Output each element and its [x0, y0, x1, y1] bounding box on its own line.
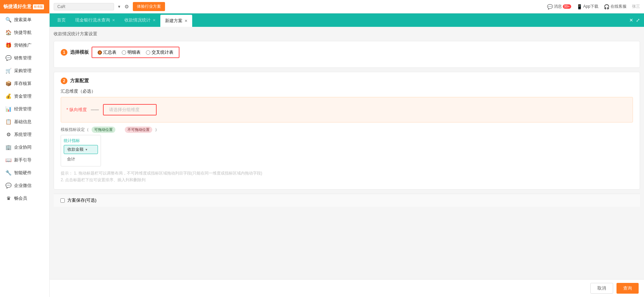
tip-2: 2. 点击标题栏下拉可设置排序、插入列和删除列	[61, 177, 633, 183]
stats-area: 统计指标 收款金额 ▾ 合计	[61, 135, 101, 166]
finance-icon: 💰	[5, 93, 11, 99]
message-icon[interactable]: 💬 消息 99+	[547, 4, 571, 9]
tab-home[interactable]: 首页	[52, 13, 70, 27]
user-name: 张三	[632, 4, 640, 9]
vertical-dimension-row: * 纵向维度 —— 请选择分组维度	[66, 104, 627, 115]
no-drag-badge: 不可拖动位置	[125, 127, 152, 133]
sidebar-item-search-menu[interactable]: 🔍 搜索菜单	[0, 13, 49, 26]
gear-icon[interactable]: ⚙	[124, 4, 129, 10]
sidebar-item-label: 销售管理	[14, 55, 32, 61]
sidebar-item-wechat[interactable]: 💬 企业微信	[0, 179, 49, 192]
sidebar-item-sales[interactable]: 💬 销售管理	[0, 52, 49, 64]
sidebar-item-member[interactable]: ♛ 畅会员	[0, 192, 49, 205]
close-window-icon[interactable]: ✕	[629, 17, 633, 23]
app-download[interactable]: 📱 App下载	[577, 4, 598, 9]
edition-badge: 标准版	[33, 4, 44, 9]
sidebar-item-hardware[interactable]: 🔧 智能硬件	[0, 166, 49, 179]
dimension-title: 汇总维度（必选）	[61, 88, 633, 94]
tab-receipts-stat[interactable]: 收款情况统计 ✕	[120, 13, 160, 27]
sidebar-item-inventory[interactable]: 📦 库存核算	[0, 77, 49, 90]
template-selection-box: 汇总表 明细表 交叉统计表	[92, 47, 179, 58]
dropdown-icon[interactable]: ▾	[118, 4, 120, 9]
purchase-icon: 🛒	[5, 68, 11, 74]
step2-header: 2 方案配置	[61, 78, 633, 84]
sidebar-item-label: 畅会员	[14, 195, 27, 201]
search-menu-icon: 🔍	[5, 17, 11, 23]
sidebar-item-label: 基础信息	[14, 119, 32, 125]
sidebar-item-label: 企业协同	[14, 144, 32, 150]
sidebar-item-system[interactable]: ⚙ 系统管理	[0, 128, 49, 141]
home-icon: 🏠	[5, 30, 11, 36]
close-tab-receipts-stat[interactable]: ✕	[153, 18, 156, 22]
radio-summary[interactable]: 汇总表	[98, 49, 116, 55]
dimension-area: * 纵向维度 —— 请选择分组维度	[61, 97, 633, 122]
drag-badge: 可拖动位置	[92, 127, 115, 133]
tip-1: 提示： 1. 拖动标题栏可以调整布局，不可跨维度或指标区域拖动列目字段(只能在同…	[61, 170, 633, 176]
sidebar-logo: 畅捷通好生意 标准版	[0, 0, 49, 13]
sidebar-item-label: 资金管理	[14, 93, 32, 99]
sidebar-item-label: 新手引导	[14, 157, 32, 163]
sidebar-item-label: 库存核算	[14, 81, 32, 87]
sidebar-item-marketing[interactable]: 🎁 营销推广	[0, 39, 49, 52]
message-badge: 99+	[563, 4, 571, 9]
tab-new-plan[interactable]: 新建方案 ✕	[160, 15, 192, 27]
inventory-icon: 📦	[5, 81, 11, 87]
guide-icon: 📖	[5, 157, 11, 163]
sidebar-item-base-info[interactable]: 📋 基础信息	[0, 115, 49, 128]
tips-section: 提示： 1. 拖动标题栏可以调整布局，不可跨维度或指标区域拖动列目字段(只能在同…	[61, 170, 633, 183]
sidebar-item-label: 采购管理	[14, 68, 32, 74]
save-checkbox[interactable]	[60, 198, 65, 203]
tabbar: 首页 现金银行流水查询 ✕ 收款情况统计 ✕ 新建方案 ✕ ✕ ⤢	[50, 13, 644, 27]
vertical-dim-label: * 纵向维度	[66, 107, 87, 113]
stats-tag-amount[interactable]: 收款金额 ▾	[64, 145, 98, 154]
online-service[interactable]: 🎧 在线客服	[604, 4, 627, 9]
gift-icon: 🎁	[5, 42, 11, 48]
step1-num: 1	[61, 49, 67, 56]
cancel-button[interactable]: 取消	[590, 283, 613, 294]
sidebar-item-label: 企业微信	[14, 183, 32, 189]
wechat-icon: 💬	[5, 183, 11, 189]
close-tab-new-plan[interactable]: ✕	[184, 19, 187, 23]
sidebar: 畅捷通好生意 标准版 🔍 搜索菜单 🏠 快捷导航 🎁 营销推广 💬 销售管理 🛒…	[0, 0, 50, 297]
step2-num: 2	[61, 78, 67, 84]
sidebar-item-guide[interactable]: 📖 新手引导	[0, 154, 49, 166]
step2-label: 方案配置	[70, 78, 89, 84]
step2-card: 2 方案配置 汇总维度（必选） * 纵向维度 —— 请选择分组维度	[54, 72, 640, 190]
sidebar-item-label: 搜索菜单	[14, 17, 32, 23]
sidebar-item-purchase[interactable]: 🛒 采购管理	[0, 64, 49, 77]
sidebar-item-label: 经营管理	[14, 106, 32, 112]
sidebar-item-label: 系统管理	[14, 132, 32, 138]
tab-actions: ✕ ⤢	[629, 13, 641, 27]
footer: 取消 查询	[50, 279, 644, 297]
search-input[interactable]	[54, 3, 114, 10]
operations-icon: 📊	[5, 106, 11, 112]
app-name: 畅捷通好生意	[3, 4, 32, 10]
content-area: 收款情况统计方案设置 1 选择模板 汇总表 明细表 交	[50, 27, 644, 279]
stats-total: 合计	[64, 155, 98, 163]
sidebar-item-operations[interactable]: 📊 经营管理	[0, 103, 49, 115]
step1-label: 选择模板	[70, 49, 89, 55]
member-icon: ♛	[5, 195, 11, 201]
tab-bank-flow[interactable]: 现金银行流水查询 ✕	[70, 13, 120, 27]
stats-category: 统计指标	[64, 138, 98, 144]
system-icon: ⚙	[5, 132, 11, 138]
maximize-icon[interactable]: ⤢	[636, 17, 640, 23]
page-title: 收款情况统计方案设置	[54, 31, 640, 37]
industry-btn[interactable]: 体验行业方案	[133, 2, 165, 11]
query-button[interactable]: 查询	[616, 283, 639, 294]
sidebar-item-label: 智能硬件	[14, 170, 32, 176]
chevron-down-icon: ▾	[86, 148, 87, 151]
radio-detail[interactable]: 明细表	[122, 49, 141, 55]
sidebar-item-enterprise[interactable]: 🏢 企业协同	[0, 141, 49, 154]
radio-cross[interactable]: 交叉统计表	[146, 49, 173, 55]
sidebar-item-finance[interactable]: 💰 资金管理	[0, 90, 49, 103]
close-tab-bank-flow[interactable]: ✕	[112, 18, 115, 22]
dimension-placeholder[interactable]: 请选择分组维度	[103, 104, 157, 115]
topbar: ▾ ⚙ 体验行业方案 💬 消息 99+ 📱 App下载 🎧 在线客服 张三	[50, 0, 644, 13]
topbar-right: 💬 消息 99+ 📱 App下载 🎧 在线客服 张三	[547, 4, 640, 9]
step1-card: 1 选择模板 汇总表 明细表 交叉统计表	[54, 41, 640, 68]
save-label[interactable]: 方案保存(可选)	[67, 197, 97, 203]
sidebar-item-quick-nav[interactable]: 🏠 快捷导航	[0, 26, 49, 39]
sidebar-item-label: 营销推广	[14, 42, 32, 48]
hardware-icon: 🔧	[5, 170, 11, 176]
